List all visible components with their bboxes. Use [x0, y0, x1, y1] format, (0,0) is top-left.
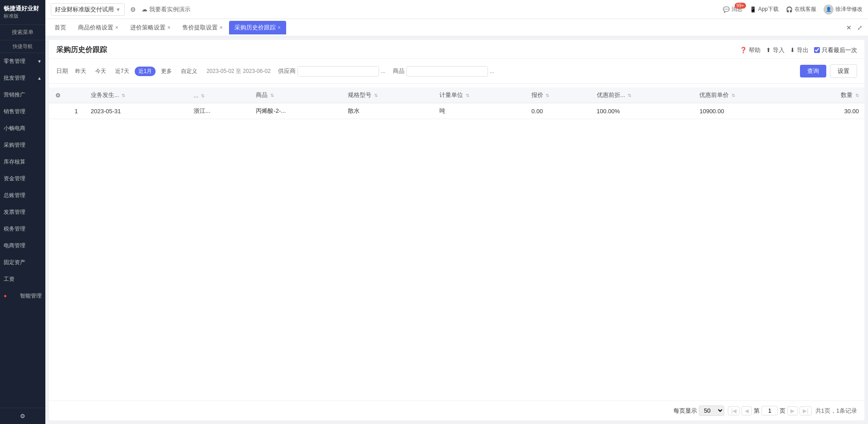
query-button[interactable]: 查询	[800, 65, 826, 77]
sidebar-item-invoice[interactable]: 发票管理	[0, 204, 45, 221]
tab-purchase-history-price-close[interactable]: ×	[278, 24, 281, 31]
date-option-more[interactable]: 更多	[157, 67, 176, 76]
next-page-button[interactable]: ▶	[787, 406, 798, 415]
sidebar-item-tax[interactable]: 税务管理	[0, 221, 45, 237]
tab-sale-price-extract[interactable]: 售价提取设置 ×	[177, 21, 228, 34]
version-select[interactable]: 好业财标准版交付试用 ▼	[51, 3, 125, 16]
tab-goods-price-close[interactable]: ×	[115, 24, 118, 31]
topbar-settings-button[interactable]: ⚙	[128, 4, 138, 15]
supplier-label: 供应商	[278, 67, 296, 75]
sidebar-item-intelligent[interactable]: ● 智能管理	[0, 288, 45, 304]
supplier-input[interactable]	[297, 66, 379, 77]
col-header-goods[interactable]: 商品 ⇅	[250, 87, 342, 103]
filter-actions: 查询 设置	[800, 64, 857, 78]
table-row: 1 2023-05-31 浙江... 丙烯酸-2-... 散水 吨 0.00 1…	[49, 103, 864, 119]
page-actions: ❓ 帮助 ⬆ 导入 ⬇ 导出 只看最后一次	[740, 46, 857, 54]
online-service-button[interactable]: 🎧 在线客服	[786, 5, 816, 13]
sidebar-item-salary[interactable]: 工资	[0, 271, 45, 288]
export-icon: ⬇	[790, 47, 795, 53]
message-button[interactable]: 💬 消息 99+	[723, 5, 742, 13]
sort-icon-more: ⇅	[201, 93, 205, 98]
import-link[interactable]: ⬆ 导入	[766, 46, 785, 54]
page-total-info: 共1页，1条记录	[815, 407, 857, 415]
date-option-7days[interactable]: 近7天	[112, 67, 133, 76]
online-service-label: 在线客服	[795, 5, 816, 13]
tab-purchase-price-strategy-close[interactable]: ×	[167, 24, 171, 31]
sidebar-item-ledger[interactable]: 总账管理	[0, 187, 45, 204]
cell-biz-date: 2023-05-31	[85, 103, 188, 119]
page-title: 采购历史价跟踪	[56, 45, 107, 55]
export-link[interactable]: ⬇ 导出	[790, 46, 809, 54]
help-link[interactable]: ❓ 帮助	[740, 46, 761, 54]
col-header-quote[interactable]: 报价 ⇅	[526, 87, 591, 103]
goods-filter-group: 商品 ...	[393, 66, 494, 77]
cell-more: 浙江...	[188, 103, 250, 119]
tab-bar: 首页 商品价格设置 × 进价策略设置 × 售价提取设置 × 采购历史价跟踪 × …	[45, 19, 868, 36]
sidebar-item-wholesale[interactable]: 批发管理 ▲	[0, 70, 45, 87]
col-header-discount[interactable]: 优惠前折... ⇅	[591, 87, 694, 103]
col-header-biz-date[interactable]: 业务发生... ⇅	[85, 87, 188, 103]
top-bar-right: 💬 消息 99+ 📱 App下载 🎧 在线客服 👤 徐泽华修改	[723, 5, 863, 14]
col-header-spec[interactable]: 规格型号 ⇅	[342, 87, 434, 103]
sidebar-nav-quick[interactable]: 快捷导航	[0, 40, 45, 53]
headset-icon: 🎧	[786, 6, 793, 13]
col-header-more[interactable]: ... ⇅	[188, 87, 250, 103]
app-download-label: App下载	[758, 5, 779, 13]
tab-purchase-price-strategy[interactable]: 进价策略设置 ×	[125, 21, 176, 34]
goods-more-btn[interactable]: ...	[490, 68, 494, 74]
col-header-gear[interactable]: ⚙	[49, 87, 67, 103]
app-download-button[interactable]: 📱 App下载	[750, 5, 779, 13]
first-page-button[interactable]: |◀	[728, 406, 740, 415]
sort-icon-quote: ⇅	[546, 93, 549, 98]
only-last-checkbox-input[interactable]	[814, 47, 820, 53]
date-option-custom[interactable]: 自定义	[177, 67, 201, 76]
settings-button[interactable]: 设置	[830, 64, 857, 78]
sidebar-item-assets[interactable]: 固定资产	[0, 254, 45, 271]
cell-discount: 100.00%	[591, 103, 694, 119]
goods-input[interactable]	[406, 66, 488, 77]
tab-goods-price[interactable]: 商品价格设置 ×	[73, 21, 124, 34]
sidebar-menu: 零售管理 ▼ 批发管理 ▲ 营销推广 销售管理 小畅电商 采购管理 库存核算 资…	[0, 53, 45, 408]
page-content: 采购历史价跟踪 ❓ 帮助 ⬆ 导入 ⬇ 导出	[45, 36, 868, 424]
pagination-bar: 每页显示 50 100 200 |◀ ◀ 第 页 ▶ ▶| 共1页，1条	[49, 400, 864, 420]
table-wrapper: ⚙ 业务发生... ⇅ ... ⇅	[49, 84, 864, 400]
date-options: 昨天 今天 近7天 近1月 更多 自定义	[72, 67, 201, 76]
per-page-dropdown[interactable]: 50 100 200	[699, 405, 724, 416]
prev-page-button[interactable]: ◀	[741, 406, 752, 415]
tab-purchase-history-price[interactable]: 采购历史价跟踪 ×	[229, 21, 286, 34]
col-header-pre-discount-price[interactable]: 优惠前单价 ⇅	[694, 87, 799, 103]
sidebar-item-purchase[interactable]: 采购管理	[0, 137, 45, 154]
date-option-1month[interactable]: 近1月	[135, 67, 156, 76]
date-label: 日期	[56, 67, 68, 75]
sidebar-item-retail[interactable]: 零售管理 ▼	[0, 53, 45, 70]
col-header-unit[interactable]: 计量单位 ⇅	[434, 87, 526, 103]
date-range-display: 2023-05-02 至 2023-06-02	[206, 67, 270, 75]
cell-spec: 散水	[342, 103, 434, 119]
sidebar-settings-icon[interactable]: ⚙	[20, 413, 25, 419]
date-option-today[interactable]: 今天	[92, 67, 110, 76]
table-header-row: ⚙ 业务发生... ⇅ ... ⇅	[49, 87, 864, 103]
sidebar-item-fund[interactable]: 资金管理	[0, 170, 45, 187]
supplier-more-btn[interactable]: ...	[381, 68, 385, 74]
date-option-yesterday[interactable]: 昨天	[72, 67, 90, 76]
sidebar-bottom[interactable]: ⚙	[0, 408, 45, 424]
sidebar-item-ecommerce-small[interactable]: 小畅电商	[0, 120, 45, 137]
tab-home[interactable]: 首页	[49, 21, 72, 34]
tab-sale-price-extract-close[interactable]: ×	[219, 24, 223, 31]
sidebar-item-inventory[interactable]: 库存核算	[0, 154, 45, 170]
col-header-qty[interactable]: 数量 ⇅	[799, 87, 864, 103]
page-label: 第	[754, 407, 760, 415]
last-page-button[interactable]: ▶|	[800, 406, 811, 415]
demo-button[interactable]: ☁ 我要看实例演示	[141, 5, 190, 14]
page-number-input[interactable]	[761, 406, 778, 415]
version-label: 好业财标准版交付试用	[55, 5, 114, 14]
sidebar-item-ecommerce[interactable]: 电商管理	[0, 237, 45, 254]
only-last-checkbox[interactable]: 只看最后一次	[814, 46, 857, 54]
sidebar-search[interactable]: 搜索菜单	[0, 25, 45, 40]
tab-close-button[interactable]: ✕	[844, 23, 853, 32]
top-bar-left: 好业财标准版交付试用 ▼ ⚙ ☁ 我要看实例演示	[51, 3, 723, 16]
tab-expand-button[interactable]: ⤢	[855, 23, 864, 32]
sidebar-item-sales[interactable]: 销售管理	[0, 103, 45, 120]
sidebar-item-marketing[interactable]: 营销推广	[0, 87, 45, 103]
user-info[interactable]: 👤 徐泽华修改	[824, 5, 863, 14]
